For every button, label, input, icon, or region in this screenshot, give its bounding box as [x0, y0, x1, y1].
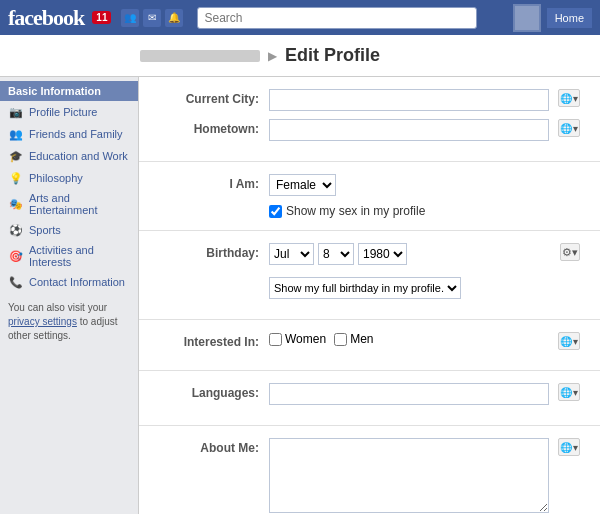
- sidebar-item-philosophy[interactable]: 💡 Philosophy: [0, 167, 138, 189]
- privacy-settings-link[interactable]: privacy settings: [8, 316, 77, 327]
- languages-row: Languages: 🌐 ▾: [159, 383, 580, 405]
- birthday-field: Jan Feb Mar Apr May Jun Jul Aug Sep Oct …: [269, 243, 556, 299]
- globe-icon-2: 🌐: [560, 123, 572, 134]
- sidebar-label-activities-interests: Activities and Interests: [29, 244, 130, 268]
- search-bar: [197, 7, 477, 29]
- about-me-field: [269, 438, 554, 514]
- birthday-year-select[interactable]: 1980 1981 1979: [358, 243, 407, 265]
- notification-badge[interactable]: 11: [92, 11, 111, 24]
- friends-family-icon: 👥: [8, 126, 24, 142]
- education-work-icon: 🎓: [8, 148, 24, 164]
- current-city-field: [269, 89, 554, 111]
- show-sex-checkbox[interactable]: [269, 205, 282, 218]
- languages-label: Languages:: [159, 383, 269, 400]
- current-city-privacy: 🌐 ▾: [558, 89, 580, 107]
- globe-icon-5: 🌐: [560, 442, 572, 453]
- languages-field: [269, 383, 554, 405]
- women-checkbox[interactable]: [269, 333, 282, 346]
- friends-icon[interactable]: 👥: [121, 9, 139, 27]
- philosophy-icon: 💡: [8, 170, 24, 186]
- chevron-down-icon: ▾: [573, 93, 578, 104]
- hometown-input[interactable]: [269, 119, 549, 141]
- birthday-month-select[interactable]: Jan Feb Mar Apr May Jun Jul Aug Sep Oct …: [269, 243, 314, 265]
- gender-section: I Am: Female Male Show my sex in my prof…: [139, 162, 600, 231]
- languages-privacy-btn[interactable]: 🌐 ▾: [558, 383, 580, 401]
- about-me-textarea[interactable]: [269, 438, 549, 513]
- sidebar-item-contact-info[interactable]: 📞 Contact Information: [0, 271, 138, 293]
- men-label: Men: [350, 332, 373, 346]
- sidebar-label-profile-picture: Profile Picture: [29, 106, 97, 118]
- facebook-logo: facebook: [8, 5, 84, 31]
- interested-in-field: Women Men: [269, 332, 554, 346]
- birthday-day-select[interactable]: 1 2 3 4 5 6 7 8 9 10: [318, 243, 354, 265]
- about-me-privacy-btn[interactable]: 🌐 ▾: [558, 438, 580, 456]
- hometown-field: [269, 119, 554, 141]
- interested-women: Women: [269, 332, 326, 346]
- sidebar-item-activities-interests[interactable]: 🎯 Activities and Interests: [0, 241, 138, 271]
- chevron-down-icon-2: ▾: [573, 123, 578, 134]
- sidebar-section-basic-info[interactable]: Basic Information: [0, 81, 138, 101]
- privacy-note: You can also visit your privacy settings…: [0, 293, 138, 351]
- sidebar-item-arts-entertainment[interactable]: 🎭 Arts and Entertainment: [0, 189, 138, 219]
- sidebar-item-sports[interactable]: ⚽ Sports: [0, 219, 138, 241]
- about-me-section: About Me: 🌐 ▾: [139, 426, 600, 514]
- current-city-label: Current City:: [159, 89, 269, 106]
- interested-in-privacy: 🌐 ▾: [558, 332, 580, 350]
- sidebar-item-profile-picture[interactable]: 📷 Profile Picture: [0, 101, 138, 123]
- hometown-label: Hometown:: [159, 119, 269, 136]
- birthday-settings-btn[interactable]: ⚙ ▾: [560, 243, 580, 261]
- birthday-section: Birthday: Jan Feb Mar Apr May Jun Jul Au…: [139, 231, 600, 320]
- location-section: Current City: 🌐 ▾ Hometown:: [139, 77, 600, 162]
- about-me-label: About Me:: [159, 438, 269, 455]
- chevron-down-icon-5: ▾: [573, 387, 578, 398]
- main-layout: Basic Information 📷 Profile Picture 👥 Fr…: [0, 77, 600, 514]
- gender-select[interactable]: Female Male: [269, 174, 336, 196]
- interested-in-label: Interested In:: [159, 332, 269, 349]
- sidebar-label-education-work: Education and Work: [29, 150, 128, 162]
- avatar: [513, 4, 541, 32]
- hometown-privacy: 🌐 ▾: [558, 119, 580, 137]
- profile-picture-icon: 📷: [8, 104, 24, 120]
- current-city-privacy-btn[interactable]: 🌐 ▾: [558, 89, 580, 107]
- birthday-privacy: ⚙ ▾: [560, 243, 580, 261]
- sidebar-label-arts-entertainment: Arts and Entertainment: [29, 192, 130, 216]
- languages-input[interactable]: [269, 383, 549, 405]
- birthday-display-row: Show my full birthday in my profile. Sho…: [269, 271, 556, 299]
- notifications-icon[interactable]: 🔔: [165, 9, 183, 27]
- sidebar-item-friends-family[interactable]: 👥 Friends and Family: [0, 123, 138, 145]
- birthday-selects: Jan Feb Mar Apr May Jun Jul Aug Sep Oct …: [269, 243, 556, 265]
- gender-field: Female Male: [269, 174, 580, 196]
- messages-icon[interactable]: ✉: [143, 9, 161, 27]
- i-am-label: I Am:: [159, 174, 269, 191]
- globe-icon-3: 🌐: [560, 336, 572, 347]
- men-checkbox[interactable]: [334, 333, 347, 346]
- interested-privacy-btn[interactable]: 🌐 ▾: [558, 332, 580, 350]
- interested-men: Men: [334, 332, 373, 346]
- chevron-down-icon-3: ▾: [572, 246, 578, 259]
- contact-info-icon: 📞: [8, 274, 24, 290]
- header-icons: 👥 ✉ 🔔: [121, 9, 183, 27]
- interested-options: Women Men: [269, 332, 554, 346]
- chevron-down-icon-6: ▾: [573, 442, 578, 453]
- birthday-row: Birthday: Jan Feb Mar Apr May Jun Jul Au…: [159, 243, 580, 299]
- about-me-privacy: 🌐 ▾: [558, 438, 580, 456]
- search-input[interactable]: [197, 7, 477, 29]
- sports-icon: ⚽: [8, 222, 24, 238]
- header-right: Home: [513, 4, 592, 32]
- gear-icon-symbol: ⚙: [562, 246, 572, 259]
- show-sex-label: Show my sex in my profile: [286, 204, 425, 218]
- current-city-input[interactable]: [269, 89, 549, 111]
- sidebar-item-education-work[interactable]: 🎓 Education and Work: [0, 145, 138, 167]
- hometown-privacy-btn[interactable]: 🌐 ▾: [558, 119, 580, 137]
- chevron-down-icon-4: ▾: [573, 336, 578, 347]
- about-me-row: About Me: 🌐 ▾: [159, 438, 580, 514]
- content-area: Current City: 🌐 ▾ Hometown:: [138, 77, 600, 514]
- women-label: Women: [285, 332, 326, 346]
- sidebar-label-philosophy: Philosophy: [29, 172, 83, 184]
- birthday-display-select[interactable]: Show my full birthday in my profile. Sho…: [269, 277, 461, 299]
- home-button[interactable]: Home: [547, 8, 592, 28]
- header: facebook 11 👥 ✉ 🔔 Home: [0, 0, 600, 35]
- show-sex-row: Show my sex in my profile: [269, 204, 580, 218]
- interested-in-row: Interested In: Women Men: [159, 332, 580, 350]
- profile-bar: ▶ Edit Profile: [0, 35, 600, 77]
